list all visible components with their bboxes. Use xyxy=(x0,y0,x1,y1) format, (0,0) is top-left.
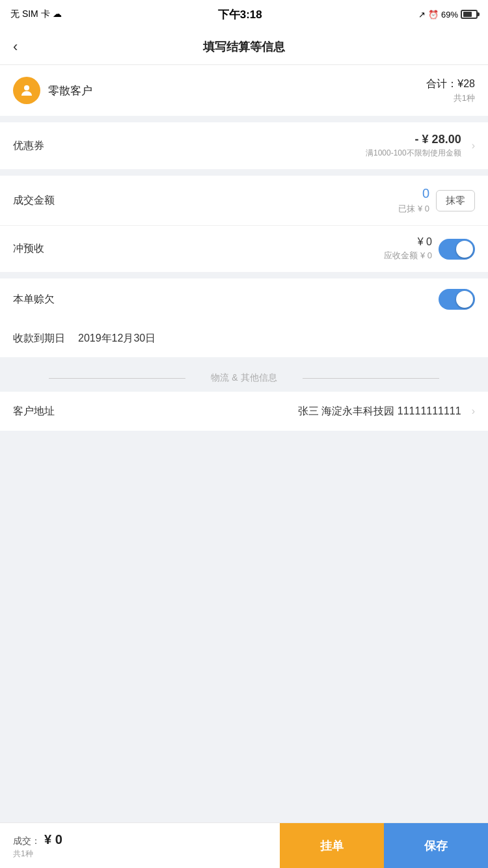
status-right: ↗ ⏰ 69% xyxy=(418,10,478,20)
credit-label: 本单赊欠 xyxy=(13,293,55,306)
back-button[interactable]: ‹ xyxy=(8,33,23,61)
save-button[interactable]: 保存 xyxy=(384,823,488,869)
address-section: 客户地址 张三 海淀永丰科技园 11111111111 › xyxy=(0,392,488,431)
total-count: 共1种 xyxy=(426,92,475,104)
coupon-right: - ¥ 28.00 满1000-100不限制使用金额 › xyxy=(366,133,475,159)
customer-section: 零散客户 合计：¥28 共1种 xyxy=(0,65,488,116)
avatar xyxy=(13,77,40,104)
address-label: 客户地址 xyxy=(13,405,55,418)
address-row[interactable]: 客户地址 张三 海淀永丰科技园 11111111111 › xyxy=(0,392,488,431)
credit-row: 本单赊欠 xyxy=(0,278,488,320)
customer-name: 零散客户 xyxy=(48,83,92,98)
deal-amount-col: 已抹 ¥ 0 xyxy=(390,186,429,215)
footer-info: 成交： ¥ 0 共1种 xyxy=(0,832,280,860)
deal-amount-input[interactable] xyxy=(390,186,429,201)
due-date-value: 2019年12月30日 xyxy=(78,332,156,346)
total-amount: 合计：¥28 xyxy=(426,77,475,91)
alarm-icon: ⏰ xyxy=(428,10,439,20)
page-title: 填写结算等信息 xyxy=(203,39,285,55)
address-right: 张三 海淀永丰科技园 11111111111 › xyxy=(298,405,475,418)
footer-count: 共1种 xyxy=(13,848,267,860)
deal-amount-right: 已抹 ¥ 0 抹零 xyxy=(390,186,475,215)
address-chevron-icon: › xyxy=(472,405,475,417)
address-value: 张三 海淀永丰科技园 11111111111 xyxy=(298,405,461,418)
toggle-knob xyxy=(456,241,473,258)
coupon-col: - ¥ 28.00 满1000-100不限制使用金额 xyxy=(366,133,461,159)
battery-percent: 69% xyxy=(441,10,458,20)
credit-toggle-knob xyxy=(456,291,473,308)
credit-right xyxy=(439,289,475,310)
empty-area xyxy=(0,437,488,567)
deal-amount-row: 成交金额 已抹 ¥ 0 抹零 xyxy=(0,176,488,225)
coupon-row[interactable]: 优惠券 - ¥ 28.00 满1000-100不限制使用金额 › xyxy=(0,122,488,169)
status-bar: 无 SIM 卡 ☁ 下午3:18 ↗ ⏰ 69% xyxy=(0,0,488,29)
prepayment-label: 冲预收 xyxy=(13,242,44,256)
signal-icon: ↗ xyxy=(418,10,426,20)
deal-section: 成交金额 已抹 ¥ 0 抹零 冲预收 ¥ 0 应收金额 ¥ 0 xyxy=(0,176,488,272)
prepayment-amount: ¥ 0 xyxy=(418,236,432,248)
prepayment-sub: 应收金额 ¥ 0 xyxy=(384,250,432,262)
due-date-row: 收款到期日 2019年12月30日 xyxy=(0,320,488,357)
coupon-section: 优惠券 - ¥ 28.00 满1000-100不限制使用金额 › xyxy=(0,122,488,169)
hold-button[interactable]: 挂单 xyxy=(280,823,384,869)
coupon-chevron-icon: › xyxy=(472,140,475,152)
nav-bar: ‹ 填写结算等信息 xyxy=(0,29,488,65)
customer-total: 合计：¥28 共1种 xyxy=(426,77,475,104)
prepayment-toggle[interactable] xyxy=(439,239,475,260)
prepayment-right: ¥ 0 应收金额 ¥ 0 xyxy=(384,236,475,262)
credit-toggle[interactable] xyxy=(439,289,475,310)
customer-left: 零散客户 xyxy=(13,77,92,104)
logistics-divider: 物流 & 其他信息 xyxy=(0,364,488,392)
footer-deal-row: 成交： ¥ 0 xyxy=(13,832,267,847)
footer-deal-label: 成交： xyxy=(13,835,40,847)
coupon-desc: 满1000-100不限制使用金额 xyxy=(366,148,461,159)
credit-section: 本单赊欠 收款到期日 2019年12月30日 xyxy=(0,278,488,357)
footer: 成交： ¥ 0 共1种 挂单 保存 xyxy=(0,822,488,868)
bottom-padding xyxy=(0,567,488,619)
deal-amount-sub: 已抹 ¥ 0 xyxy=(398,203,429,215)
coupon-amount: - ¥ 28.00 xyxy=(415,133,461,146)
logistics-label: 物流 & 其他信息 xyxy=(211,372,277,383)
footer-deal-amount: ¥ 0 xyxy=(44,832,62,847)
coupon-label: 优惠券 xyxy=(13,139,44,153)
deal-amount-label: 成交金额 xyxy=(13,194,55,208)
status-time: 下午3:18 xyxy=(218,7,262,22)
content-area: 零散客户 合计：¥28 共1种 优惠券 - ¥ 28.00 满1000-100不… xyxy=(0,65,488,619)
battery-icon xyxy=(461,10,478,19)
customer-row: 零散客户 合计：¥28 共1种 xyxy=(0,65,488,116)
prepayment-col: ¥ 0 应收金额 ¥ 0 xyxy=(384,236,432,262)
svg-point-0 xyxy=(24,85,29,90)
prepayment-row: 冲预收 ¥ 0 应收金额 ¥ 0 xyxy=(0,225,488,272)
due-date-label: 收款到期日 xyxy=(13,332,65,346)
round-zero-button[interactable]: 抹零 xyxy=(436,190,475,211)
status-left: 无 SIM 卡 ☁ xyxy=(10,8,62,20)
sim-label: 无 SIM 卡 ☁ xyxy=(10,8,62,20)
